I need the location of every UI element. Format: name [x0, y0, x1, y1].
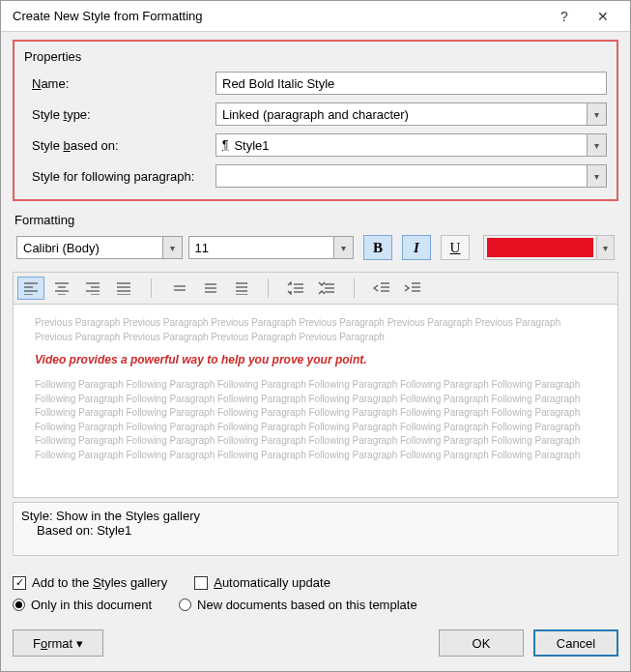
align-justify-button[interactable] [110, 277, 137, 300]
chevron-down-icon: ▾ [587, 103, 606, 125]
preview-following-text: Following Paragraph Following Paragraph … [35, 378, 596, 462]
close-button[interactable]: ✕ [584, 1, 622, 32]
style-type-label: Style type: [24, 107, 215, 122]
style-based-on-label: Style based on: [24, 138, 215, 153]
color-swatch [487, 238, 593, 257]
dialog-buttons: Format ▾ OK Cancel [13, 629, 618, 657]
font-size-combo[interactable]: 11 ▾ [188, 236, 355, 259]
separator [268, 278, 269, 298]
align-left-button[interactable] [17, 277, 44, 300]
checkbox-unchecked-icon [194, 576, 208, 590]
bold-button[interactable]: B [363, 235, 392, 260]
separator [151, 278, 152, 298]
dialog-title: Create New Style from Formatting [13, 9, 545, 23]
name-input[interactable] [215, 72, 607, 95]
separator [354, 278, 355, 298]
font-family-combo[interactable]: Calibri (Body) ▾ [16, 236, 183, 259]
style-type-combo[interactable]: Linked (paragraph and character) ▾ [215, 102, 607, 126]
chevron-down-icon: ▾ [162, 237, 182, 258]
name-label: Name: [24, 76, 215, 91]
chevron-down-icon: ▾ [596, 236, 614, 259]
preview-previous-text: Previous Paragraph Previous Paragraph Pr… [35, 316, 596, 344]
paragraph-toolbar [13, 272, 618, 305]
space-before-decrease-button[interactable] [313, 277, 340, 300]
options-group: ✓ Add to the Styles gallery Automaticall… [13, 575, 618, 612]
radio-unchecked-icon [179, 599, 191, 611]
auto-update-checkbox[interactable]: Automatically update [194, 575, 330, 590]
increase-indent-button[interactable] [399, 277, 426, 300]
font-toolbar: Calibri (Body) ▾ 11 ▾ B I U ▾ [13, 233, 618, 262]
style-following-combo[interactable]: ▾ [215, 164, 607, 188]
properties-label: Properties [24, 49, 607, 64]
only-this-document-radio[interactable]: Only in this document [13, 598, 152, 612]
properties-group: Properties Name: Style type: Linked (par… [13, 40, 618, 201]
radio-checked-icon [13, 599, 25, 611]
font-color-combo[interactable]: ▾ [483, 235, 615, 260]
style-description: Style: Show in the Styles gallery Based … [13, 502, 618, 556]
space-before-increase-button[interactable] [282, 277, 309, 300]
style-based-on-combo[interactable]: ¶ Style1 ▾ [215, 133, 607, 157]
cancel-button[interactable]: Cancel [533, 629, 618, 657]
create-style-dialog: Create New Style from Formatting ? ✕ Pro… [0, 0, 631, 672]
chevron-down-icon: ▾ [587, 134, 606, 156]
checkbox-checked-icon: ✓ [13, 576, 26, 590]
style-following-label: Style for following paragraph: [24, 169, 215, 184]
italic-button[interactable]: I [402, 235, 431, 260]
align-center-button[interactable] [48, 277, 75, 300]
line-spacing-2-button[interactable] [227, 277, 254, 300]
format-menu-button[interactable]: Format ▾ [13, 629, 103, 657]
underline-button[interactable]: U [441, 235, 470, 260]
formatting-label: Formatting [14, 213, 618, 227]
line-spacing-1-button[interactable] [165, 277, 192, 300]
decrease-indent-button[interactable] [368, 277, 395, 300]
add-to-gallery-checkbox[interactable]: ✓ Add to the Styles gallery [13, 575, 167, 590]
ok-button[interactable]: OK [439, 629, 524, 657]
preview-sample-text: Video provides a powerful way to help yo… [35, 352, 596, 368]
chevron-down-icon: ▾ [587, 165, 606, 187]
help-button[interactable]: ? [545, 1, 584, 32]
line-spacing-15-button[interactable] [196, 277, 223, 300]
preview-pane: Previous Paragraph Previous Paragraph Pr… [13, 305, 618, 498]
chevron-down-icon: ▾ [333, 237, 353, 258]
new-documents-radio[interactable]: New documents based on this template [179, 598, 417, 612]
pilcrow-icon: ¶ [222, 138, 228, 152]
align-right-button[interactable] [79, 277, 106, 300]
titlebar: Create New Style from Formatting ? ✕ [1, 1, 630, 32]
